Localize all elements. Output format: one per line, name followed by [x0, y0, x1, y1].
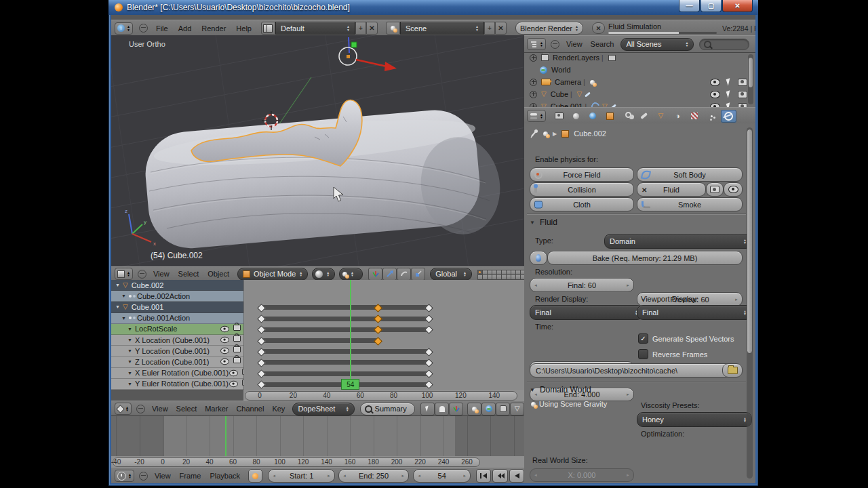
collapse-menus-icon[interactable] [136, 405, 145, 413]
summary-toggle[interactable]: Summary [360, 403, 415, 415]
tab-render[interactable] [551, 110, 567, 123]
channel-mute-icon[interactable] [220, 348, 229, 354]
menu-channel[interactable]: Channel [236, 405, 264, 413]
pin-icon[interactable] [530, 129, 538, 138]
soft-body-button[interactable]: Soft Body [637, 167, 743, 182]
render-engine-dropdown[interactable]: Blender Render ▲▼ [515, 22, 583, 35]
layers-widget[interactable] [477, 270, 524, 279]
mode-dropdown[interactable]: Object Mode ▲▼ [237, 268, 308, 281]
cloth-button[interactable]: Cloth [530, 197, 634, 211]
menu-key[interactable]: Key [272, 405, 285, 413]
channel-mute-icon[interactable] [220, 359, 229, 365]
domain-world-panel-header[interactable]: ▼ Domain World [530, 385, 591, 394]
gravity-x-slider[interactable]: X: 0.000 [530, 468, 634, 482]
cursor-filter-icon[interactable] [420, 403, 435, 415]
menu-search[interactable]: Search [591, 40, 614, 48]
editor-type-dopesheet-dropdown[interactable]: ▲▼ [115, 403, 132, 415]
outliner-item-renderlayers[interactable]: RenderLayers| [524, 52, 747, 64]
channel-lock-icon[interactable] [233, 357, 241, 363]
collapse-menus-icon[interactable] [138, 270, 146, 279]
screen-layout-dropdown[interactable]: Default ▲▼ [275, 22, 355, 35]
channel-expand-icon[interactable]: ▼ [127, 338, 132, 342]
channel-row-cube-002[interactable]: ▼▽Cube.002 [111, 280, 243, 291]
selectability-toggle-icon[interactable] [726, 78, 732, 85]
collapse-menus-icon[interactable] [551, 40, 559, 49]
scene-filter-icon[interactable] [467, 403, 481, 415]
editor-type-info-dropdown[interactable]: i ▲▼ [115, 22, 133, 35]
add-scene-button[interactable]: + [484, 22, 495, 35]
outliner-item-camera[interactable]: Camera| [524, 76, 747, 88]
renderability-toggle-icon[interactable] [738, 91, 747, 98]
channel-lock-icon[interactable] [233, 346, 241, 352]
channel-mute-icon[interactable] [220, 337, 229, 343]
channel-expand-icon[interactable]: ▼ [127, 327, 132, 331]
channel-row-x-location-cube-001-[interactable]: ▼X Location (Cube.001) [111, 335, 243, 346]
channel-row-z-location-cube-001-[interactable]: ▼Z Location (Cube.001) [111, 357, 243, 367]
selectability-toggle-icon[interactable] [726, 90, 732, 98]
tab-texture[interactable] [687, 110, 703, 123]
menu-add[interactable]: Add [178, 24, 192, 33]
channel-lock-icon[interactable] [233, 336, 241, 342]
scene-breadcrumb-icon[interactable] [543, 131, 548, 136]
menu-view[interactable]: View [155, 472, 171, 480]
channel-expand-icon[interactable]: ▼ [115, 283, 120, 287]
channel-row-y-location-cube-001-[interactable]: ▼Y Location (Cube.001) [111, 346, 243, 357]
dopesheet-scrollbar[interactable]: 020406080100120140 [243, 390, 524, 401]
screen-layout-icon[interactable] [261, 22, 275, 35]
scene-gravity-icon[interactable] [531, 402, 536, 407]
outliner-scrollbar[interactable] [748, 54, 753, 104]
final-resolution-slider[interactable]: Final: 60 [530, 278, 634, 292]
tab-constraints[interactable] [619, 110, 635, 123]
expand-icon[interactable] [530, 79, 537, 86]
outliner-scope-dropdown[interactable]: All Scenes ▲▼ [620, 38, 694, 51]
collapse-menus-icon[interactable] [139, 472, 148, 481]
tab-modifiers[interactable] [636, 110, 652, 123]
tab-physics[interactable] [721, 110, 736, 123]
timeline-area[interactable] [111, 415, 524, 457]
frame-end-field[interactable]: End: 250 [338, 469, 409, 483]
tab-world[interactable] [585, 110, 601, 123]
delete-scene-button[interactable]: ✕ [495, 22, 507, 35]
close-button[interactable]: ✕ [722, 0, 753, 12]
menu-object[interactable]: Object [208, 270, 229, 278]
cancel-job-button[interactable]: ✕ [592, 22, 605, 34]
scene-dropdown[interactable]: Scene ▲▼ [400, 22, 484, 35]
ghost-icon[interactable] [435, 403, 449, 415]
channel-expand-icon[interactable]: ▼ [121, 316, 126, 321]
mesh-filter-icon[interactable]: ▽ [510, 403, 524, 415]
data-filter-icon[interactable] [496, 403, 510, 415]
channel-expand-icon[interactable]: ▼ [115, 304, 120, 309]
jump-to-start-button[interactable] [476, 469, 491, 483]
channel-row-locrotscale[interactable]: ▼LocRotScale [111, 324, 243, 335]
bake-button[interactable]: Bake (Req. Memory: 21.29 MB) [547, 251, 743, 265]
maximize-button[interactable]: ▢ [701, 0, 722, 12]
bake-icon-button[interactable] [530, 251, 547, 265]
record-button[interactable] [248, 469, 262, 483]
current-frame-field[interactable]: 54 [413, 469, 471, 483]
outliner-item-cube[interactable]: ▽Cube|▽ [524, 88, 747, 100]
channel-row-cube-001action[interactable]: ▼Cube.001Action [111, 313, 243, 324]
visibility-toggle-icon[interactable] [710, 79, 720, 86]
menu-render[interactable]: Render [201, 24, 226, 33]
add-layout-button[interactable]: + [355, 22, 366, 35]
channel-mute-icon[interactable] [229, 370, 238, 376]
editor-type-outliner-dropdown[interactable]: ▲▼ [527, 38, 546, 50]
cache-path-field[interactable]: C:\Users\Usuario\Desktop\bizochito\cache… [530, 363, 732, 378]
channel-expand-icon[interactable]: ▼ [127, 382, 132, 386]
menu-view[interactable]: View [152, 405, 168, 413]
delete-layout-button[interactable]: ✕ [366, 22, 378, 35]
tab-particles[interactable] [704, 110, 719, 123]
tab-object-data[interactable]: ▽ [653, 110, 669, 123]
channel-lock-icon[interactable] [233, 325, 241, 331]
manipulator-scale-icon[interactable] [411, 268, 425, 281]
scene-icon-button[interactable] [386, 22, 400, 35]
minimize-button[interactable]: — [679, 0, 700, 12]
fluid-type-dropdown[interactable]: Domain ▲▼ [604, 234, 752, 249]
manipulator-axis-icon[interactable] [368, 268, 382, 281]
viewport-3d[interactable]: z y x User Ortho (54) Cube.002 [111, 35, 524, 266]
menu-marker[interactable]: Marker [205, 405, 228, 413]
menu-help[interactable]: Help [236, 24, 252, 33]
menu-view[interactable]: View [566, 40, 583, 48]
channel-expand-icon[interactable]: ▼ [127, 359, 132, 364]
menu-view[interactable]: View [153, 270, 170, 278]
